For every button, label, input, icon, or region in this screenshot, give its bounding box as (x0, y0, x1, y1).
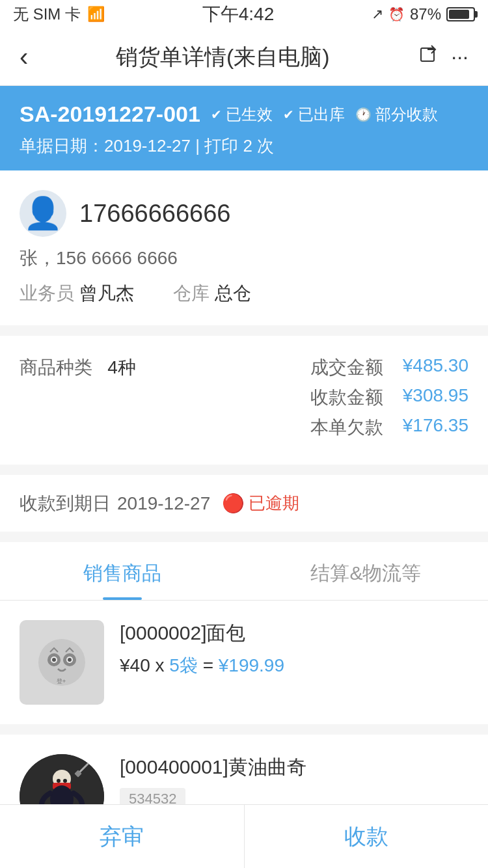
status-badge-shipped: ✔ 已出库 (283, 104, 345, 125)
tab-products[interactable]: 销售商品 (0, 542, 244, 600)
received-value: ¥308.95 (403, 385, 468, 410)
status-left: 无 SIM 卡 📶 (13, 4, 105, 25)
stats-types: 商品种类 4种 (20, 355, 136, 380)
price-base-1: ¥40 (120, 655, 150, 675)
order-id: SA-20191227-001 (20, 102, 200, 127)
nav-bar: ‹ 销货单详情(来自电脑) ··· (0, 29, 488, 86)
status-bar: 无 SIM 卡 📶 下午4:42 ↗ ⏰ 87% (0, 0, 488, 29)
status-time: 下午4:42 (202, 2, 275, 27)
amount-value: ¥485.30 (403, 355, 468, 380)
customer-meta: 业务员 曾凡杰 仓库 总仓 (20, 281, 468, 306)
customer-name-phone: 张，156 6666 6666 (20, 246, 468, 271)
due-date: 2019-12-27 (117, 493, 210, 514)
sales-value: 曾凡杰 (79, 281, 134, 306)
status-badge-partial: 🕐 部分收款 (355, 104, 438, 125)
clock-icon: 🕐 (355, 107, 372, 122)
due-label: 收款到期日 (20, 491, 111, 516)
battery-indicator (446, 7, 475, 21)
product-code-1: [0000002]面包 (120, 620, 468, 647)
warehouse-value: 总仓 (215, 281, 251, 306)
due-section: 收款到期日 2019-12-27 🔴 已逾期 (0, 475, 488, 532)
separator-1 (0, 532, 488, 542)
more-button[interactable]: ··· (451, 45, 468, 69)
product-item: 登+ [0000002]面包 ¥40 x 5袋 = ¥199.99 (0, 601, 488, 724)
sales-label: 业务员 (20, 281, 74, 306)
received-row: 收款金额 ¥308.95 (310, 385, 468, 410)
warehouse-meta: 仓库 总仓 (173, 281, 251, 306)
svg-point-12 (57, 779, 61, 783)
carrier-label: 无 SIM 卡 (13, 4, 81, 25)
product-code-2: [000400001]黄油曲奇 (120, 754, 468, 781)
overdue-icon: 🔴 (222, 493, 245, 514)
debt-row: 本单欠款 ¥176.35 (310, 415, 468, 440)
avatar: 👤 (20, 190, 66, 237)
cancel-button[interactable]: 弃审 (0, 805, 245, 868)
tab-settlement[interactable]: 结算&物流等 (244, 542, 488, 600)
debt-value: ¥176.35 (403, 415, 468, 440)
type-label: 商品种类 (20, 357, 92, 377)
check-icon-2: ✔ (283, 107, 294, 122)
avatar-icon: 👤 (23, 195, 62, 232)
tabs-bar: 销售商品 结算&物流等 (0, 542, 488, 601)
customer-section: 👤 17666666666 张，156 6666 6666 业务员 曾凡杰 仓库… (0, 170, 488, 325)
amount-row: 成交金额 ¥485.30 (310, 355, 468, 380)
order-header: SA-20191227-001 ✔ 已生效 ✔ 已出库 🕐 部分收款 单据日期：… (0, 86, 488, 170)
status-badge-active: ✔ 已生效 (211, 104, 273, 125)
svg-point-7 (68, 658, 72, 662)
back-button[interactable]: ‹ (20, 42, 28, 72)
status-right: ↗ ⏰ 87% (372, 5, 475, 23)
product-thumb-1: 登+ (20, 620, 104, 705)
confirm-button[interactable]: 收款 (245, 805, 489, 868)
overdue-badge: 🔴 已逾期 (217, 491, 305, 516)
order-date: 单据日期：2019-12-27 | 打印 2 次 (20, 135, 468, 157)
wifi-icon: 📶 (87, 6, 105, 23)
battery-fill (449, 10, 469, 19)
overdue-label: 已逾期 (249, 492, 299, 515)
svg-text:登+: 登+ (57, 678, 66, 685)
svg-point-13 (63, 779, 67, 783)
received-label: 收款金额 (310, 385, 383, 410)
owl-icon: 登+ (36, 636, 88, 688)
battery-percent: 87% (410, 5, 441, 23)
price-qty-1: 5袋 (169, 655, 198, 675)
alarm-icon: ⏰ (388, 7, 405, 22)
stats-section: 商品种类 4种 成交金额 ¥485.30 收款金额 ¥308.95 本单欠款 ¥… (0, 336, 488, 465)
warehouse-label: 仓库 (173, 281, 210, 306)
svg-point-6 (52, 658, 56, 662)
product-price-1: ¥40 x 5袋 = ¥199.99 (120, 653, 468, 678)
customer-id: 17666666666 (79, 200, 230, 228)
product-info-1: [0000002]面包 ¥40 x 5袋 = ¥199.99 (120, 620, 468, 678)
nav-actions: ··· (417, 44, 468, 70)
share-button[interactable] (417, 44, 438, 70)
bottom-bar: 弃审 收款 (0, 804, 488, 868)
page-title: 销货单详情(来自电脑) (116, 42, 330, 72)
check-icon-1: ✔ (211, 107, 222, 122)
price-total-1: ¥199.99 (219, 655, 284, 675)
debt-label: 本单欠款 (310, 415, 383, 440)
location-icon: ↗ (372, 6, 383, 23)
stats-amounts: 成交金额 ¥485.30 收款金额 ¥308.95 本单欠款 ¥176.35 (310, 355, 468, 445)
type-value: 4种 (107, 357, 136, 377)
sales-meta: 业务员 曾凡杰 (20, 281, 134, 306)
amount-label: 成交金额 (310, 355, 383, 380)
